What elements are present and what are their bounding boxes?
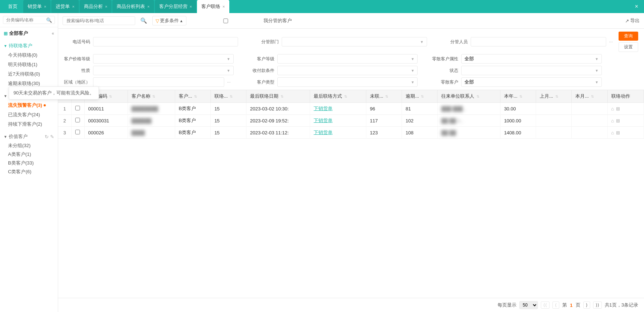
pending-group: ▼ 待联络客户 今天待联络(0) 明天待联络(1) 近7天待联络(0) 逾期未联… [0,40,58,90]
type-sort-icon[interactable]: ⇅ [194,94,197,98]
row-code-3: 000026 [84,127,128,139]
pagination-page-word: 第 [562,302,567,308]
this-month-sort-icon[interactable]: ⇅ [591,94,594,98]
sidebar-item-class-c[interactable]: C类客户(6) [0,167,58,176]
sidebar-item-class-b[interactable]: B类客户(33) [0,159,58,167]
last-month-sort-icon[interactable]: ⇅ [555,94,558,98]
name-sort-icon[interactable]: ⇅ [152,94,155,98]
last-method-sort-icon[interactable]: ⇅ [344,94,347,98]
casual-customer-select[interactable]: 全部 ▼ [461,77,602,87]
my-customers-checkbox[interactable] [189,19,262,23]
tab-analysis[interactable]: 商品分析 × [80,0,112,13]
tab-sales[interactable]: 销货单 × [23,0,51,13]
customer-tier-select[interactable]: ▼ [277,54,418,64]
value-group-title[interactable]: ▼ 价值客户 ↻ ✎ [0,132,58,141]
row-last-date-1: 2023-03-02 10:30: [246,103,310,115]
casual-attr-select[interactable]: 全部 ▼ [461,54,602,64]
tab-customer-tier[interactable]: 客户分层经营 × [155,0,196,13]
uncontacted-sort-icon[interactable]: ⇅ [385,94,388,98]
contact-icon-1[interactable]: ⌂ [611,106,614,112]
sidebar-item-today-pending[interactable]: 今天待联络(0) [0,50,58,60]
overdue-sort-icon[interactable]: ⇅ [421,94,424,98]
close-purchase-tab[interactable]: × [72,4,74,9]
page-size-select[interactable]: 50 100 200 [519,301,538,309]
close-customer-contact-tab[interactable]: × [222,4,225,9]
row-last-date-3: 2023-02-03 11:12: [246,127,310,139]
person-more-button[interactable]: ··· [606,39,616,44]
my-customers-checkbox-label[interactable]: 我分管的客户 [189,17,292,24]
query-button[interactable]: 查询 [619,32,638,41]
close-analysis-tab[interactable]: × [105,4,107,9]
person-select[interactable] [471,37,606,46]
contact-icon-3[interactable]: ⌂ [611,130,614,135]
dept-select[interactable]: ▼ [282,37,427,46]
row-checkbox-1[interactable] [71,103,84,115]
pending-group-title[interactable]: ▼ 待联络客户 [0,41,58,50]
close-sales-tab[interactable]: × [44,4,46,9]
sidebar-item-churn-warning[interactable]: 流失预警客户(3) [0,101,58,110]
first-page-button[interactable]: ⟨⟨ [541,301,550,309]
region-select[interactable] [93,77,224,87]
col-contact-count: 联络... ⇅ [210,90,246,103]
nature-select[interactable]: ▼ [93,66,234,75]
close-analysis-list-tab[interactable]: × [147,4,149,9]
sidebar-item-class-a[interactable]: A类客户(1) [0,150,58,159]
export-button[interactable]: ↗ 导出 [625,17,640,24]
customer-type-select[interactable]: ▼ [277,77,418,87]
filter-row-4: 区域（地区） ··· 客户类型 ▼ 零散客户 全部 [64,77,638,87]
row-2-checkbox[interactable] [75,118,80,122]
row-1-checkbox[interactable] [75,106,80,110]
value-edit-icon[interactable]: ✎ [50,134,54,139]
filter-payment: 收付款条件 ▼ [248,66,418,75]
sidebar-item-ungroup[interactable]: 未分组(32) [0,141,58,150]
sidebar-item-churned[interactable]: 已流失客户(24) [0,110,58,119]
row-3-checkbox[interactable] [75,130,80,134]
next-page-button[interactable]: ⟩ [583,301,590,309]
more-actions-icon-1[interactable]: ⊞ [616,106,620,112]
customer-tier-label: 客户等级 [248,56,277,62]
window-close-button[interactable]: × [632,2,641,11]
tab-purchase[interactable]: 进货单 × [51,0,79,13]
value-refresh-icon[interactable]: ↻ [45,134,49,139]
tab-customer-contact[interactable]: 客户联络 × [197,0,229,13]
last-page-button[interactable]: ⟩⟩ [593,301,602,309]
status-select[interactable]: ▼ [461,66,602,75]
contact-count-sort-icon[interactable]: ⇅ [230,94,233,98]
sidebar-item-7days-pending[interactable]: 近7天待联络(0) [0,69,58,79]
more-conditions-button[interactable]: ▽ 更多条件 ▲ [152,16,186,25]
row-last-method-3[interactable]: 下销货单 [310,127,366,139]
search-button[interactable]: 🔍 [138,17,149,25]
filter-icon: ▽ [156,18,159,24]
row-last-method-1[interactable]: 下销货单 [310,103,366,115]
settings-button[interactable]: 设置 [619,42,638,52]
row-checkbox-3[interactable] [71,127,84,139]
contact-person-sort-icon[interactable]: ⇅ [476,94,479,98]
sidebar-item-tomorrow-pending[interactable]: 明天待联络(1) [0,60,58,69]
row-last-method-2[interactable]: 下销货单 [310,115,366,127]
row-uncontacted-2: 117 [366,115,402,127]
col-last-method: 最后联络方式 ⇅ [310,90,366,103]
phone-input[interactable] [93,37,238,46]
customer-type-chevron-icon: ▼ [411,80,414,84]
region-more-button[interactable]: ··· [224,80,234,85]
sidebar-collapse-button[interactable]: « [52,31,54,36]
contact-icon-2[interactable]: ⌂ [611,118,614,123]
last-date-sort-icon[interactable]: ⇅ [281,94,283,98]
row-last-month-3 [536,127,572,139]
sidebar-item-declining[interactable]: 持续下滑客户(2) [0,119,58,129]
filter-casual-attr: 零散客户属性 全部 ▼ [432,54,602,64]
more-actions-icon-2[interactable]: ⊞ [616,118,620,123]
code-sort-icon[interactable]: ⇅ [109,94,112,98]
row-checkbox-2[interactable] [71,115,84,127]
payment-select[interactable]: ▼ [277,66,418,75]
this-year-sort-icon[interactable]: ⇅ [519,94,522,98]
more-actions-icon-3[interactable]: ⊞ [616,130,620,135]
col-last-month: 上月... ⇅ [536,90,572,103]
home-tab[interactable]: 首页 [3,0,23,13]
search-input[interactable] [63,16,135,25]
close-customer-tier-tab[interactable]: × [190,4,192,9]
prev-page-button[interactable]: ⟨ [552,301,559,309]
price-tier-select[interactable]: ▼ [93,54,234,64]
all-customers-header[interactable]: ⊞ 全部客户 « [0,27,58,40]
tab-analysis-list[interactable]: 商品分析列表 × [112,0,154,13]
